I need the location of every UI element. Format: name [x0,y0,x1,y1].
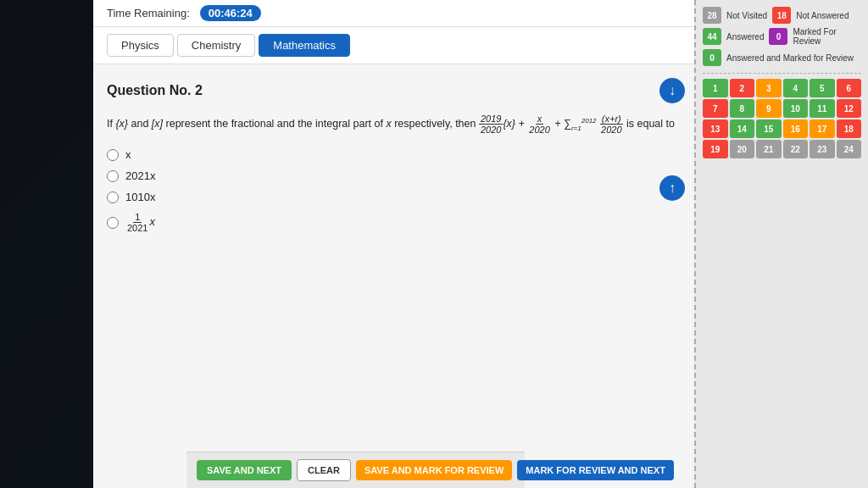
save-next-button[interactable]: SAVE AND NEXT [197,460,292,480]
option-2-label: 2021x [125,169,155,182]
mark-review-next-button[interactable]: MARK FOR REVIEW AND NEXT [517,460,674,480]
number-cell-7[interactable]: 7 [703,99,728,118]
option-1-label: x [125,148,131,161]
options-list: x 2021x 1010x 12021x [107,148,685,233]
clear-button[interactable]: CLEAR [297,459,351,481]
number-cell-2[interactable]: 2 [730,79,755,97]
number-cell-10[interactable]: 10 [783,99,809,118]
answered-badge: 44 [703,28,721,45]
question-text: If {x} and [x] represent the fractional … [107,114,685,135]
option-3-label: 1010x [125,191,155,203]
number-cell-16[interactable]: 16 [783,119,809,138]
question-area: Question No. 2 ↓ If {x} and [x] represen… [93,64,698,260]
subject-tabs: Physics Chemistry Mathematics [93,27,698,64]
number-cell-13[interactable]: 13 [703,119,728,138]
legend-not-visited: 28 Not Visited 18 Not Answered [703,7,861,24]
number-grid: 123456789101112131415161718192021222324 [703,79,861,158]
not-answered-label: Not Answered [796,11,849,20]
number-cell-6[interactable]: 6 [837,79,862,97]
answered-label: Answered [726,32,764,42]
option-2: 2021x [107,169,685,182]
legend: 28 Not Visited 18 Not Answered 44 Answer… [703,7,861,66]
number-cell-24[interactable]: 24 [837,140,862,158]
number-cell-5[interactable]: 5 [810,79,835,97]
tab-chemistry[interactable]: Chemistry [177,34,256,57]
marked-badge: 0 [769,28,787,45]
time-badge: 00:46:24 [200,5,261,21]
not-visited-label: Not Visited [726,11,767,20]
time-label: Time Remaining: [107,7,190,19]
scroll-down-button[interactable]: ↓ [659,78,685,103]
option-1-radio[interactable] [107,149,119,161]
number-cell-12[interactable]: 12 [837,99,862,118]
number-cell-4[interactable]: 4 [783,79,809,97]
number-cell-19[interactable]: 19 [703,140,728,158]
legend-answered-marked: 0 Answered and Marked for Review [703,49,861,66]
number-cell-22[interactable]: 22 [783,140,809,158]
legend-answered: 44 Answered 0 Marked For Review [703,27,861,46]
number-cell-17[interactable]: 17 [810,119,835,138]
answered-marked-label: Answered and Marked for Review [726,53,854,63]
number-cell-21[interactable]: 21 [756,140,782,158]
not-answered-badge: 18 [772,7,791,24]
number-cell-23[interactable]: 23 [810,140,835,158]
number-cell-15[interactable]: 15 [756,119,782,138]
option-2-radio[interactable] [107,170,119,182]
number-cell-11[interactable]: 11 [810,99,835,118]
divider [703,73,861,74]
tab-mathematics[interactable]: Mathematics [259,34,350,57]
option-4-radio[interactable] [107,217,119,229]
number-cell-1[interactable]: 1 [703,79,728,97]
footer-buttons: SAVE AND NEXT CLEAR SAVE AND MARK FOR RE… [186,452,525,488]
header: Time Remaining: 00:46:24 [93,0,698,27]
option-3: 1010x [107,191,685,203]
save-mark-review-button[interactable]: SAVE AND MARK FOR REVIEW [356,460,512,480]
option-1: x [107,148,685,161]
question-title: Question No. 2 [107,83,203,98]
tab-physics[interactable]: Physics [107,34,174,57]
option-4: 12021x [107,212,685,233]
not-visited-badge: 28 [703,7,721,24]
number-cell-9[interactable]: 9 [756,99,782,118]
number-cell-20[interactable]: 20 [730,140,755,158]
number-cell-14[interactable]: 14 [730,119,755,138]
number-cell-18[interactable]: 18 [837,119,862,138]
number-cell-8[interactable]: 8 [730,99,755,118]
marked-label: Marked For Review [793,27,861,46]
answered-marked-badge: 0 [703,49,721,66]
option-3-radio[interactable] [107,191,119,203]
number-cell-3[interactable]: 3 [756,79,782,97]
option-4-label: 12021x [125,212,155,233]
right-panel: 28 Not Visited 18 Not Answered 44 Answer… [694,0,868,488]
